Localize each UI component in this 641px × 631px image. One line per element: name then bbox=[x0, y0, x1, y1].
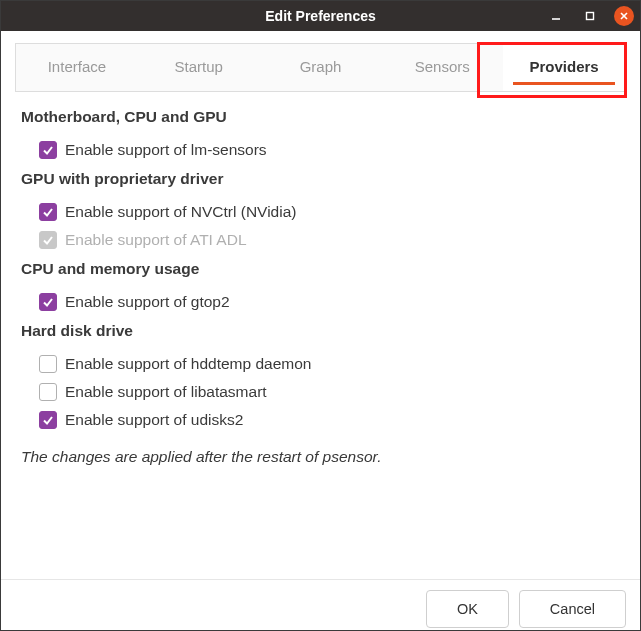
checkbox-hddtemp[interactable] bbox=[39, 355, 57, 373]
minimize-button[interactable] bbox=[546, 6, 566, 26]
label-gtop2: Enable support of gtop2 bbox=[65, 293, 230, 311]
window-title: Edit Preferences bbox=[265, 8, 376, 24]
close-icon bbox=[618, 10, 630, 22]
checkbox-gtop2[interactable] bbox=[39, 293, 57, 311]
checkbox-nvctrl[interactable] bbox=[39, 203, 57, 221]
row-hddtemp: Enable support of hddtemp daemon bbox=[21, 350, 620, 378]
checkbox-atiadl bbox=[39, 231, 57, 249]
label-hddtemp: Enable support of hddtemp daemon bbox=[65, 355, 311, 373]
titlebar: Edit Preferences bbox=[1, 1, 640, 31]
tab-interface[interactable]: Interface bbox=[16, 44, 138, 91]
tab-bar: Interface Startup Graph Sensors Provider… bbox=[15, 43, 626, 92]
dialog-window: Edit Preferences Interface Startup Graph… bbox=[0, 0, 641, 631]
ok-button[interactable]: OK bbox=[426, 590, 509, 628]
section-cpu-title: CPU and memory usage bbox=[21, 260, 620, 278]
checkbox-udisks2[interactable] bbox=[39, 411, 57, 429]
providers-panel: Motherboard, CPU and GPU Enable support … bbox=[15, 92, 626, 579]
row-atiadl: Enable support of ATI ADL bbox=[21, 226, 620, 254]
check-icon bbox=[42, 414, 54, 426]
check-icon bbox=[42, 206, 54, 218]
tab-sensors[interactable]: Sensors bbox=[381, 44, 503, 91]
section-mobo-title: Motherboard, CPU and GPU bbox=[21, 108, 620, 126]
check-icon bbox=[42, 296, 54, 308]
section-hdd-title: Hard disk drive bbox=[21, 322, 620, 340]
label-udisks2: Enable support of udisks2 bbox=[65, 411, 243, 429]
checkbox-libatasmart[interactable] bbox=[39, 383, 57, 401]
maximize-button[interactable] bbox=[580, 6, 600, 26]
tab-providers[interactable]: Providers bbox=[503, 44, 625, 91]
row-udisks2: Enable support of udisks2 bbox=[21, 406, 620, 434]
dialog-content: Interface Startup Graph Sensors Provider… bbox=[1, 31, 640, 579]
row-gtop2: Enable support of gtop2 bbox=[21, 288, 620, 316]
close-button[interactable] bbox=[614, 6, 634, 26]
restart-note: The changes are applied after the restar… bbox=[21, 448, 620, 466]
checkbox-lmsensors[interactable] bbox=[39, 141, 57, 159]
svg-rect-1 bbox=[587, 13, 594, 20]
row-libatasmart: Enable support of libatasmart bbox=[21, 378, 620, 406]
dialog-footer: OK Cancel bbox=[1, 579, 640, 630]
check-icon bbox=[42, 234, 54, 246]
label-atiadl: Enable support of ATI ADL bbox=[65, 231, 247, 249]
section-gpu-title: GPU with proprietary driver bbox=[21, 170, 620, 188]
label-lmsensors: Enable support of lm-sensors bbox=[65, 141, 267, 159]
tab-startup[interactable]: Startup bbox=[138, 44, 260, 91]
cancel-button[interactable]: Cancel bbox=[519, 590, 626, 628]
label-nvctrl: Enable support of NVCtrl (NVidia) bbox=[65, 203, 296, 221]
row-nvctrl: Enable support of NVCtrl (NVidia) bbox=[21, 198, 620, 226]
window-controls bbox=[546, 6, 634, 26]
check-icon bbox=[42, 144, 54, 156]
minimize-icon bbox=[550, 10, 562, 22]
row-lmsensors: Enable support of lm-sensors bbox=[21, 136, 620, 164]
tab-graph[interactable]: Graph bbox=[260, 44, 382, 91]
maximize-icon bbox=[584, 10, 596, 22]
label-libatasmart: Enable support of libatasmart bbox=[65, 383, 267, 401]
